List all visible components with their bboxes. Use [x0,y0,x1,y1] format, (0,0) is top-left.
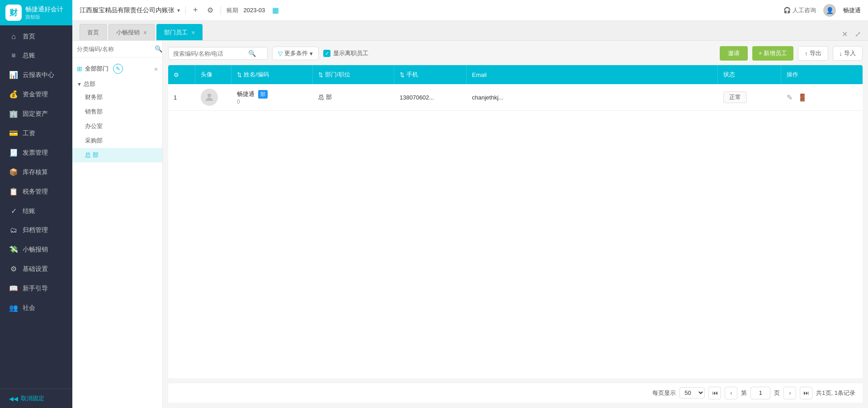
period-label: 账期 [226,6,238,14]
inventory-icon: 📦 [9,168,18,176]
import-label: 导入 [844,49,856,57]
tab-expense-label: 小畅报销 [116,28,140,37]
tab-expense-close[interactable]: × [143,29,147,36]
next-page-button[interactable]: › [783,387,796,399]
sidebar-nav: ⌂ 首页 ≡ 总账 📊 云报表中心 💰 资金管理 🏢 固定资产 💳 工资 🧾 发… [0,25,72,389]
employee-search-icon[interactable]: 🔍 [248,50,256,57]
sidebar-item-assets[interactable]: 🏢 固定资产 [0,104,72,123]
td-avatar [195,84,231,110]
dept-group-zongbu[interactable]: ▼ 总部 [72,77,162,90]
service-button[interactable]: 🎧 人工咨询 [783,6,816,14]
import-button[interactable]: ↓ 导入 [833,46,863,61]
tab-maximize-btn[interactable]: ⤢ [853,28,863,40]
dept-item-office-label: 办公室 [85,123,103,129]
sidebar-label-assets: 固定资产 [23,110,48,118]
fund-icon: 💰 [9,90,18,99]
th-name[interactable]: ⇅ 姓名/编码 [231,65,313,84]
employee-avatar [201,89,218,106]
dept-item-purchasing[interactable]: 采购部 [72,133,162,148]
dept-collapse-icon[interactable]: « [154,65,158,72]
first-page-button[interactable]: ⏮ [708,387,721,399]
search-box: 🔍 [168,47,268,60]
sidebar-item-guide[interactable]: 📖 新手引导 [0,279,72,298]
tab-department-label: 部门员工 [164,28,188,37]
page-input[interactable] [750,387,770,399]
page-label: 页 [774,389,780,397]
app-edition: 旗舰版 [25,14,63,20]
salary-icon: 💳 [9,129,18,138]
dept-item-finance[interactable]: 财务部 [72,90,162,104]
sidebar-item-reports[interactable]: 📊 云报表中心 [0,65,72,85]
tax-icon: 📋 [9,187,18,196]
filter-arrow: ▾ [310,50,313,57]
top-header: 江西服宝精品有限责任公司内账张 ▾ + ⚙ 账期 2023-03 ▦ 🎧 人工咨… [72,0,868,21]
sidebar-label-fund: 资金管理 [23,90,48,99]
period-value: 2023-03 [244,7,265,14]
th-actions: 操作 [781,65,863,84]
employee-name: 畅捷通 [237,90,255,98]
sidebar-item-invoice[interactable]: 🧾 发票管理 [0,143,72,162]
dept-item-general[interactable]: 总 部 [72,148,162,162]
export-button[interactable]: ↑ 导出 [798,46,828,61]
sidebar-item-salary[interactable]: 💳 工资 [0,123,72,143]
td-no: 1 [168,90,195,105]
show-resigned-label: 显示离职员工 [333,49,368,57]
delete-button[interactable]: 🚪 [798,93,807,102]
sidebar-item-home[interactable]: ⌂ 首页 [0,27,72,46]
sidebar-item-checkout[interactable]: ✓ 结账 [0,201,72,221]
employee-dept: 总 部 [318,93,332,101]
show-resigned-toggle[interactable]: ✓ 显示离职员工 [323,49,368,57]
employee-search-input[interactable] [173,50,245,57]
dept-all-button[interactable]: ⊞ 全部部门 ✎ « [72,60,162,77]
settings-icon: ⚙ [9,265,18,273]
dept-edit-button[interactable]: ✎ [113,64,123,74]
action-icons: ✎ 🚪 [787,93,807,102]
sidebar-label-reports: 云报表中心 [23,71,54,79]
filter-button[interactable]: ▽ 更多条件 ▾ [272,47,319,60]
dept-type-badge: 部 [258,90,268,99]
row-no: 1 [174,94,177,101]
cancel-pin-button[interactable]: ◀◀ 取消固定 [0,389,72,408]
dept-search-input[interactable] [77,46,153,52]
employee-code: 0 [237,99,268,105]
guide-icon: 📖 [9,284,18,293]
dept-item-office[interactable]: 办公室 [72,119,162,133]
tab-expense[interactable]: 小畅报销 × [108,24,155,40]
edit-button[interactable]: ✎ [787,93,793,102]
show-resigned-checkbox[interactable]: ✓ [323,50,330,57]
header-divider-1 [185,6,186,15]
sidebar-item-inventory[interactable]: 📦 库存核算 [0,162,72,182]
add-employee-button[interactable]: + 新增员工 [752,46,793,61]
th-phone[interactable]: ⇅ 手机 [394,65,467,84]
import-icon: ↓ [840,50,843,57]
tabs-controls: ✕ ⤢ [840,28,868,40]
company-name: 江西服宝精品有限责任公司内账张 [80,6,175,14]
th-dept[interactable]: ⇅ 部门/职位 [313,65,394,84]
dept-item-sales[interactable]: 销售部 [72,104,162,119]
tab-department[interactable]: 部门员工 × [156,24,203,40]
sidebar-item-settings[interactable]: ⚙ 基础设置 [0,259,72,279]
tab-department-close[interactable]: × [191,29,195,36]
settings-button[interactable]: ⚙ [205,4,215,16]
sidebar-item-ledger[interactable]: ≡ 总账 [0,46,72,65]
sidebar-label-checkout: 结账 [23,207,35,215]
add-tab-button[interactable]: + [191,4,200,17]
sidebar-item-tax[interactable]: 📋 税务管理 [0,182,72,201]
sidebar-item-archive[interactable]: 🗂 归档管理 [0,221,72,240]
tab-home[interactable]: 首页 [80,24,107,40]
invite-button[interactable]: 邀请 [720,46,748,61]
th-settings[interactable]: ⚙ [168,65,195,84]
calendar-icon[interactable]: ▦ [272,6,279,14]
company-selector[interactable]: 江西服宝精品有限责任公司内账张 ▾ [80,6,180,14]
sidebar-item-social[interactable]: 👥 社会 [0,298,72,318]
th-avatar: 头像 [195,65,231,84]
page-no-label: 第 [741,389,747,397]
tab-close-btn[interactable]: ✕ [840,28,849,40]
sidebar-item-expense[interactable]: 💸 小畅报销 [0,240,72,259]
sidebar-item-fund[interactable]: 💰 资金管理 [0,85,72,104]
prev-page-button[interactable]: ‹ [725,387,737,399]
dept-search-icon[interactable]: 🔍 [155,45,162,52]
page-size-select[interactable]: 50 20 100 [679,387,705,399]
last-page-button[interactable]: ⏭ [800,387,812,399]
reports-icon: 📊 [9,71,18,79]
